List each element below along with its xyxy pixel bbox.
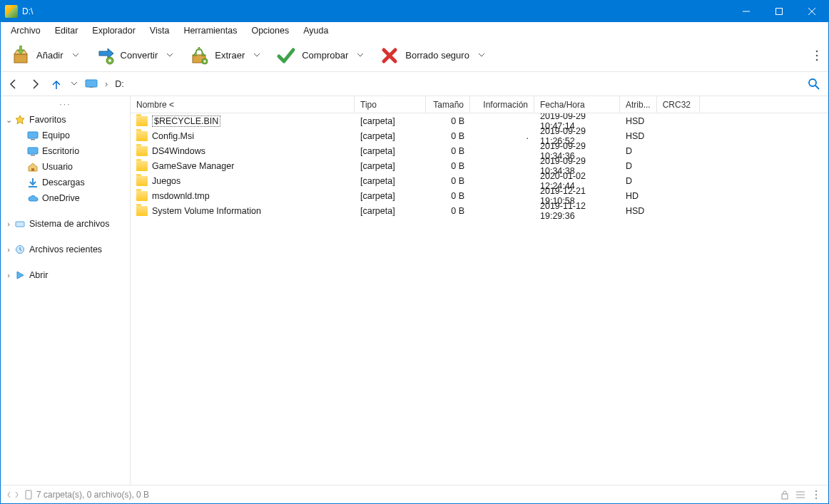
nav-forward[interactable] (25, 74, 45, 94)
svg-marker-21 (16, 115, 24, 124)
delete-dropdown[interactable] (475, 43, 488, 68)
recent-label: Archivos recientes (29, 245, 102, 254)
sidebar-favorite-item[interactable]: OneDrive (1, 190, 130, 206)
svg-rect-18 (89, 87, 93, 88)
svg-rect-22 (28, 132, 38, 138)
file-crc (651, 188, 694, 203)
chevron-right-icon[interactable]: › (4, 271, 14, 279)
toolbar-overflow[interactable] (810, 43, 824, 68)
search-button[interactable] (803, 74, 825, 94)
star-icon (14, 115, 26, 125)
sidebar-favorite-item[interactable]: Equipo (1, 128, 130, 143)
file-name: System Volume Information (152, 206, 261, 216)
column-size[interactable]: Tamaño (426, 96, 470, 113)
menu-archivo[interactable]: Archivo (4, 22, 48, 39)
menu-editar[interactable]: Editar (48, 22, 86, 39)
minimize-button[interactable] (730, 1, 763, 22)
download-icon (26, 178, 39, 187)
file-date: 2019-11-12 19:29:36 (534, 203, 620, 218)
sidebar-favorite-item[interactable]: Descargas (1, 175, 130, 190)
file-type: [carpeta] (355, 173, 426, 188)
folder-icon (136, 176, 148, 186)
svg-rect-1 (776, 9, 783, 15)
maximize-button[interactable] (763, 1, 795, 22)
clock-icon (14, 245, 26, 254)
file-attr: D (620, 158, 651, 173)
column-type[interactable]: Tipo (355, 96, 426, 113)
sidebar: ··· ⌄ Favoritos EquipoEscritorioUsuarioD… (1, 96, 131, 485)
breadcrumb[interactable]: › D: (82, 74, 127, 94)
view-options-icon[interactable] (793, 490, 808, 499)
file-crc (651, 128, 694, 143)
column-crc[interactable]: CRC32 (657, 96, 700, 113)
menu-explorador[interactable]: Explorador (85, 22, 142, 39)
sidebar-open[interactable]: › Abrir (1, 267, 130, 283)
file-crc (651, 203, 694, 218)
test-dropdown[interactable] (354, 43, 367, 68)
table-row[interactable]: GameSave Manager[carpeta]0 B2019-09-29 1… (131, 158, 828, 173)
breadcrumb-root-icon[interactable] (82, 78, 101, 90)
sidebar-favorite-item[interactable]: Usuario (1, 159, 130, 175)
file-crc (651, 158, 694, 173)
table-row[interactable]: DS4Windows[carpeta]0 B2019-09-29 10:34:3… (131, 143, 828, 158)
chevron-right-icon[interactable]: › (4, 245, 14, 254)
close-button[interactable] (795, 1, 828, 22)
svg-rect-24 (28, 148, 38, 154)
resize-horizontal-icon[interactable] (5, 490, 21, 499)
column-date[interactable]: Fecha/Hora (534, 96, 620, 113)
chevron-right-icon[interactable]: › (101, 79, 112, 89)
test-button[interactable]: Comprobar (270, 43, 354, 68)
file-name: DS4Windows (152, 146, 205, 156)
list-header: Nombre < Tipo Tamaño Información Fecha/H… (131, 96, 828, 113)
add-button[interactable]: Añadir (5, 43, 69, 68)
extract-dropdown[interactable] (250, 43, 263, 68)
sidebar-item-label: Equipo (42, 130, 70, 140)
chevron-down-icon[interactable]: ⌄ (4, 115, 14, 125)
lock-icon[interactable] (777, 490, 793, 500)
nav-history-dropdown[interactable] (68, 74, 81, 94)
monitor-icon (26, 130, 39, 140)
drive-icon (14, 219, 26, 229)
column-info[interactable]: Información (470, 96, 534, 113)
convert-icon (95, 46, 115, 66)
sidebar-favorites[interactable]: ⌄ Favoritos (1, 112, 130, 128)
sidebar-recent[interactable]: › Archivos recientes (1, 242, 130, 257)
nav-up[interactable] (46, 74, 66, 94)
menu-ayuda[interactable]: Ayuda (296, 22, 335, 39)
table-row[interactable]: System Volume Information[carpeta]0 B201… (131, 203, 828, 218)
menu-opciones[interactable]: Opciones (244, 22, 296, 39)
menu-herramientas[interactable]: Herramientas (176, 22, 244, 39)
convert-dropdown[interactable] (163, 43, 176, 68)
add-dropdown[interactable] (69, 43, 82, 68)
statusbar-overflow[interactable] (808, 490, 824, 500)
table-row[interactable]: Juegos[carpeta]0 B2020-01-02 12:24:44D (131, 173, 828, 188)
sidebar-grip[interactable]: ··· (1, 99, 130, 112)
file-info (470, 158, 534, 173)
convert-button[interactable]: Convertir (89, 43, 164, 68)
svg-rect-23 (31, 139, 35, 140)
menu-vista[interactable]: Vista (143, 22, 177, 39)
column-name[interactable]: Nombre < (131, 96, 355, 113)
table-row[interactable]: $RECYCLE.BIN[carpeta]0 B2019-09-29 10:47… (131, 113, 828, 128)
breadcrumb-path[interactable]: D: (112, 79, 127, 89)
house-icon (26, 162, 39, 172)
table-row[interactable]: msdownld.tmp[carpeta]0 B2019-12-21 19:10… (131, 188, 828, 203)
svg-point-19 (809, 79, 816, 86)
nav-back[interactable] (4, 74, 24, 94)
chevron-right-icon[interactable]: › (4, 220, 14, 228)
svg-rect-25 (31, 155, 35, 156)
folder-icon (136, 131, 148, 141)
file-attr: HSD (620, 128, 651, 143)
filesystem-label: Sistema de archivos (29, 219, 110, 229)
column-attr[interactable]: Atrib... (620, 96, 657, 113)
file-type: [carpeta] (355, 188, 426, 203)
sidebar-favorite-item[interactable]: Escritorio (1, 143, 130, 159)
extract-button[interactable]: Extraer (183, 43, 250, 68)
sidebar-filesystem[interactable]: › Sistema de archivos (1, 216, 130, 232)
svg-rect-27 (31, 168, 34, 171)
device-icon[interactable] (21, 490, 36, 500)
cloud-icon (26, 194, 39, 202)
table-row[interactable]: Config.Msi[carpeta]0 B.2019-09-29 11:26:… (131, 128, 828, 143)
sidebar-item-label: Usuario (42, 162, 73, 172)
secure-delete-button[interactable]: Borrado seguro (374, 43, 475, 68)
